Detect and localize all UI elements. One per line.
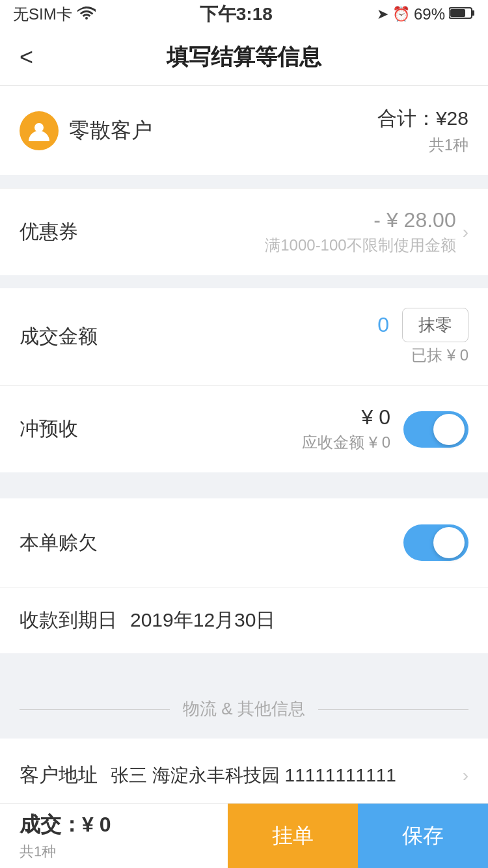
customer-left: 零散客户 xyxy=(20,111,152,150)
wifi-icon xyxy=(77,5,96,23)
coupon-right: - ¥ 28.00 满1000-100不限制使用金额 › xyxy=(265,208,468,256)
divider-1 xyxy=(0,275,488,288)
svg-point-3 xyxy=(34,123,44,132)
status-left: 无SIM卡 xyxy=(13,4,96,25)
prepaid-amount: ¥ 0 xyxy=(302,405,390,429)
coupon-label: 优惠券 xyxy=(20,219,78,245)
bottom-summary: 成交：¥ 0 共1种 xyxy=(0,811,228,861)
bottom-deal: 成交：¥ 0 xyxy=(20,811,208,839)
customer-count: 共1种 xyxy=(377,135,468,156)
coupon-section: 优惠券 - ¥ 28.00 满1000-100不限制使用金额 › xyxy=(0,188,488,275)
nav-bar: < 填写结算等信息 xyxy=(0,29,488,86)
back-button[interactable]: < xyxy=(20,44,33,71)
avatar xyxy=(20,111,59,150)
address-chevron-icon: › xyxy=(463,765,468,786)
arrears-section: 本单赊欠 收款到期日 2019年12月30日 xyxy=(0,498,488,653)
alarm-icon: ⏰ xyxy=(392,6,410,23)
address-value: 张三 海淀永丰科技园 11111111111 xyxy=(111,763,463,788)
deal-amount-row: 成交金额 0 抹零 已抹 ¥ 0 xyxy=(0,288,488,386)
prepaid-sub: 应收金额 ¥ 0 xyxy=(302,432,390,453)
customer-total: 合计：¥28 xyxy=(377,105,468,132)
arrears-row: 本单赊欠 xyxy=(0,498,488,587)
address-row[interactable]: 客户地址 张三 海淀永丰科技园 11111111111 › xyxy=(0,739,488,812)
round-zero-button[interactable]: 抹零 xyxy=(402,308,468,342)
bottom-deal-amount: ¥ 0 xyxy=(82,813,111,836)
coupon-amount: - ¥ 28.00 xyxy=(265,208,455,232)
location-icon: ➤ xyxy=(377,6,388,23)
toggle-knob xyxy=(433,414,465,445)
customer-name: 零散客户 xyxy=(69,116,152,145)
coupon-desc: 满1000-100不限制使用金额 xyxy=(265,235,455,256)
divider-3 xyxy=(0,666,488,679)
due-date-value: 2019年12月30日 xyxy=(130,607,275,634)
deal-amount-sub: 已抹 ¥ 0 xyxy=(377,345,468,366)
carrier-label: 无SIM卡 xyxy=(13,4,72,25)
status-time: 下午3:18 xyxy=(200,2,273,27)
arrears-toggle-knob xyxy=(433,527,465,558)
address-label: 客户地址 xyxy=(20,762,98,789)
bottom-count: 共1种 xyxy=(20,842,208,861)
due-date-label: 收款到期日 xyxy=(20,607,117,634)
customer-section: 零散客户 合计：¥28 共1种 xyxy=(0,86,488,175)
page-title: 填写结算等信息 xyxy=(167,42,321,72)
address-section: 客户地址 张三 海淀永丰科技园 11111111111 › xyxy=(0,739,488,812)
customer-row: 零散客户 合计：¥28 共1种 xyxy=(0,86,488,175)
chevron-right-icon: › xyxy=(463,222,468,243)
pending-button[interactable]: 挂单 xyxy=(228,804,358,869)
battery-icon xyxy=(449,5,475,23)
arrears-label: 本单赊欠 xyxy=(20,530,98,556)
logistics-title: 物流 & 其他信息 xyxy=(170,698,318,720)
battery-label: 69% xyxy=(414,5,445,23)
status-right: ➤ ⏰ 69% xyxy=(377,5,475,23)
customer-right: 合计：¥28 共1种 xyxy=(377,105,468,156)
bottom-deal-label: 成交： xyxy=(20,813,82,836)
deal-prepaid-section: 成交金额 0 抹零 已抹 ¥ 0 冲预收 ¥ 0 应收金额 ¥ 0 xyxy=(0,288,488,472)
deal-amount-value: 0 xyxy=(377,313,389,337)
bottom-bar: 成交：¥ 0 共1种 挂单 保存 xyxy=(0,803,488,868)
deal-amount-label: 成交金额 xyxy=(20,323,98,350)
svg-rect-1 xyxy=(472,10,474,16)
prepaid-row: 冲预收 ¥ 0 应收金额 ¥ 0 xyxy=(0,386,488,472)
prepaid-label: 冲预收 xyxy=(20,416,78,442)
divider-2 xyxy=(0,485,488,498)
svg-rect-2 xyxy=(450,9,465,17)
status-bar: 无SIM卡 下午3:18 ➤ ⏰ 69% xyxy=(0,0,488,29)
arrears-toggle[interactable] xyxy=(403,524,468,561)
deal-amount-right: 0 抹零 xyxy=(377,308,468,342)
logistics-header: 物流 & 其他信息 xyxy=(0,679,488,739)
prepaid-toggle[interactable] xyxy=(403,411,468,448)
coupon-row[interactable]: 优惠券 - ¥ 28.00 满1000-100不限制使用金额 › xyxy=(0,188,488,275)
coupon-info: - ¥ 28.00 满1000-100不限制使用金额 xyxy=(265,208,455,256)
save-button[interactable]: 保存 xyxy=(358,804,488,869)
due-date-row: 收款到期日 2019年12月30日 xyxy=(0,587,488,653)
